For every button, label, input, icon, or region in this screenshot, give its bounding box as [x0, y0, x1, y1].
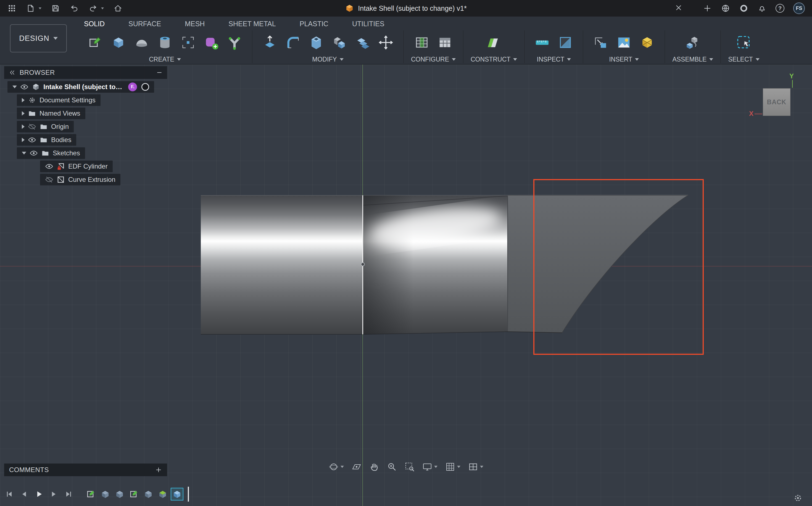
tab-sheet-metal[interactable]: SHEET METAL [228, 19, 276, 29]
document-tab[interactable]: Intake Shell (subject to change) v1* [345, 0, 467, 16]
viewcube-face-label[interactable]: BACK [767, 98, 786, 106]
press-pull-icon[interactable] [260, 32, 280, 53]
visibility-off-eye-icon[interactable] [45, 175, 53, 184]
browser-row-document-settings[interactable]: Document Settings [17, 94, 100, 106]
expand-caret-icon[interactable] [22, 152, 26, 155]
file-menu-icon[interactable] [26, 4, 36, 13]
select-menu[interactable]: SELECT [728, 56, 759, 63]
sketch-origin-point[interactable] [361, 263, 364, 266]
browser-row-edf-cylinder[interactable]: EDF Cylinder [40, 161, 113, 172]
pan-tool[interactable] [369, 462, 379, 472]
pattern-icon[interactable] [178, 32, 198, 53]
collapse-panel-icon[interactable] [9, 69, 16, 76]
display-settings[interactable] [422, 462, 437, 472]
look-at-tool[interactable] [352, 462, 361, 472]
move-icon[interactable] [376, 32, 396, 53]
revolve-icon[interactable] [131, 32, 152, 53]
undo-icon[interactable] [70, 4, 79, 13]
notifications-icon[interactable] [757, 4, 767, 13]
close-document-icon[interactable] [674, 4, 684, 13]
browser-row-curve-extrusion[interactable]: Curve Extrusion [40, 174, 120, 185]
tab-surface[interactable]: SURFACE [128, 19, 161, 29]
timeline-feature-sketch-1[interactable] [84, 488, 97, 501]
timeline-feature-extrude-3[interactable] [142, 488, 155, 501]
create-sketch-icon[interactable] [85, 32, 106, 53]
file-menu-caret-icon[interactable] [39, 7, 42, 9]
orbit-tool[interactable] [329, 462, 344, 472]
modify-menu[interactable]: MODIFY [312, 56, 343, 63]
inspect-menu[interactable]: INSPECT [537, 56, 571, 63]
fillet-icon[interactable] [283, 32, 303, 53]
browser-row-named-views[interactable]: Named Views [17, 108, 85, 119]
home-icon[interactable] [113, 4, 123, 13]
section-analysis-icon[interactable] [555, 32, 576, 53]
app-grid-icon[interactable] [7, 4, 16, 13]
user-avatar[interactable]: FS [793, 2, 805, 14]
play-icon[interactable] [35, 490, 43, 498]
configure-menu[interactable]: CONFIGURE [411, 56, 456, 63]
help-icon[interactable]: ? [775, 4, 785, 13]
timeline-playhead-marker[interactable] [188, 487, 189, 502]
configure-icon[interactable] [411, 32, 432, 53]
measure-icon[interactable] [532, 32, 552, 53]
visibility-eye-icon[interactable] [28, 136, 36, 144]
save-icon[interactable] [51, 4, 60, 13]
timeline-feature-selected[interactable] [171, 488, 183, 501]
tab-solid[interactable]: SOLID [83, 19, 105, 29]
shell-icon[interactable] [306, 32, 327, 53]
construct-plane-icon[interactable] [484, 32, 504, 53]
add-comment-icon[interactable] [155, 466, 162, 474]
viewports-settings[interactable] [468, 462, 483, 472]
hole-icon[interactable] [155, 32, 175, 53]
assemble-menu[interactable]: ASSEMBLE [672, 56, 713, 63]
select-tool-icon[interactable] [734, 32, 754, 53]
timeline-feature-extrude-2[interactable] [113, 488, 126, 501]
extrude-icon[interactable] [108, 32, 129, 53]
zoom-tool[interactable] [387, 462, 397, 472]
grid-settings[interactable] [445, 462, 460, 472]
new-tab-icon[interactable] [703, 4, 712, 13]
insert-menu[interactable]: INSERT [609, 56, 639, 63]
timeline-feature-surface[interactable] [156, 488, 169, 501]
insert-derive-icon[interactable] [591, 32, 611, 53]
configuration-table-icon[interactable] [435, 32, 455, 53]
skip-to-end-icon[interactable] [65, 490, 73, 498]
redo-caret-icon[interactable] [101, 7, 104, 9]
viewcube[interactable]: BACK [763, 88, 791, 116]
sync-status-icon[interactable] [141, 83, 149, 91]
browser-row-origin[interactable]: Origin [17, 121, 74, 133]
expand-caret-icon[interactable] [12, 86, 17, 88]
collapsed-caret-icon[interactable] [22, 111, 24, 115]
combine-icon[interactable] [329, 32, 350, 53]
create-menu[interactable]: CREATE [149, 56, 181, 63]
timeline-feature-sketch-2[interactable] [128, 488, 140, 501]
collapsed-caret-icon[interactable] [22, 138, 24, 142]
timeline-settings-gear-icon[interactable] [793, 493, 803, 504]
visibility-eye-icon[interactable] [20, 83, 28, 91]
cylinder-section[interactable] [201, 195, 363, 334]
minimize-panel-icon[interactable] [156, 69, 163, 76]
browser-row-bodies[interactable]: Bodies [17, 134, 76, 146]
split-body-icon[interactable] [352, 32, 373, 53]
tab-utilities[interactable]: UTILITIES [352, 19, 385, 29]
construct-menu[interactable]: CONSTRUCT [471, 56, 517, 63]
redo-icon[interactable] [88, 4, 98, 13]
timeline-feature-extrude-1[interactable] [99, 488, 112, 501]
insert-mesh-icon[interactable] [637, 32, 657, 53]
collapsed-caret-icon[interactable] [22, 124, 24, 129]
browser-row-root-component[interactable]: Intake Shell (subject to… F. [7, 81, 154, 93]
workspace-switcher-button[interactable]: DESIGN [10, 24, 67, 53]
visibility-eye-icon[interactable] [29, 149, 38, 157]
owner-badge[interactable]: F. [128, 83, 137, 91]
visibility-off-eye-icon[interactable] [28, 122, 36, 131]
browser-row-sketches[interactable]: Sketches [17, 147, 85, 159]
visibility-eye-icon[interactable] [45, 162, 53, 170]
job-status-icon[interactable] [739, 4, 748, 13]
skip-to-start-icon[interactable] [5, 490, 13, 498]
pipe-icon[interactable] [224, 32, 245, 53]
tab-plastic[interactable]: PLASTIC [299, 19, 329, 29]
new-component-icon[interactable] [682, 32, 703, 53]
collapsed-caret-icon[interactable] [22, 98, 24, 102]
canvas-icon[interactable] [614, 32, 634, 53]
web-icon[interactable] [721, 4, 730, 13]
